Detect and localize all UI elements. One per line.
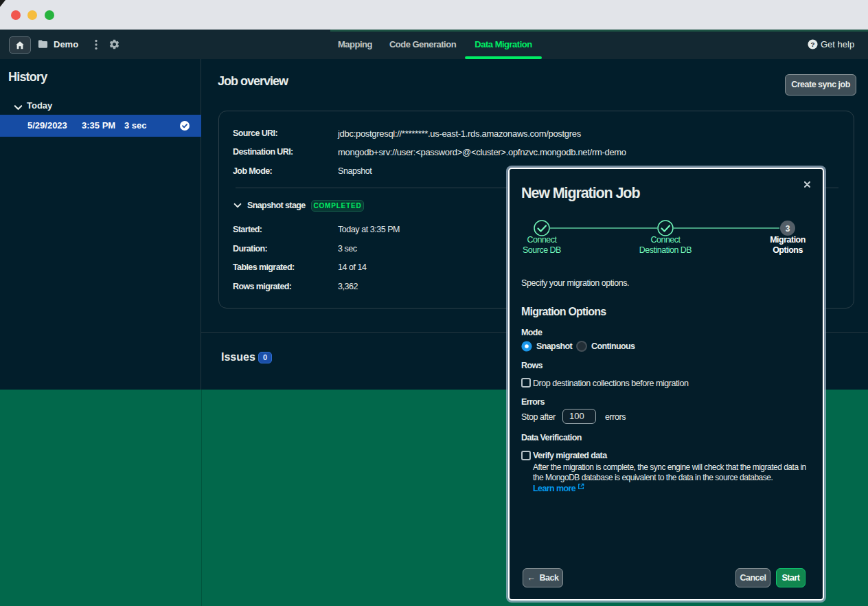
svg-text:3: 3 bbox=[786, 224, 790, 234]
svg-text:?: ? bbox=[810, 41, 814, 48]
